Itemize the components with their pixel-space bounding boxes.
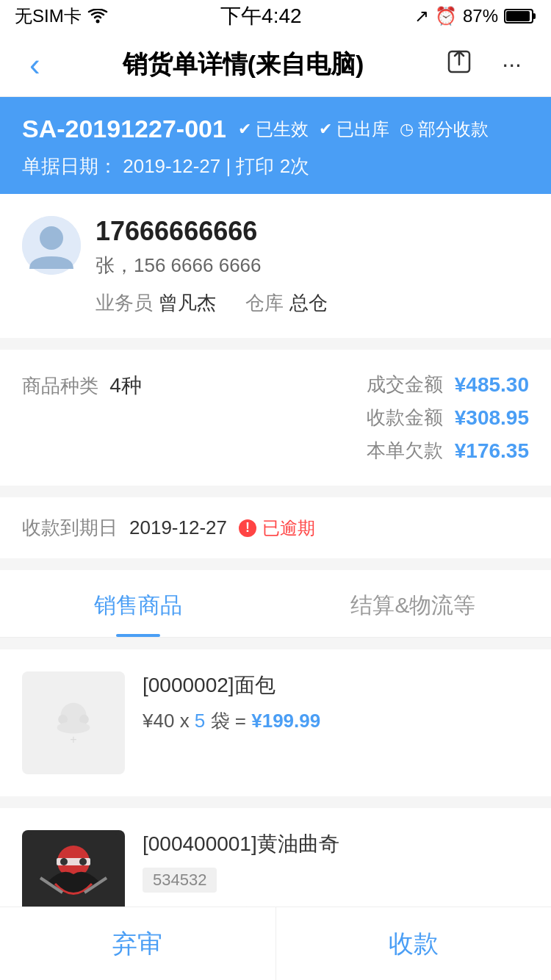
product-price-1: ¥40 x 5 袋 = ¥199.99 <box>143 708 529 734</box>
order-date: 2019-12-27 <box>123 155 220 177</box>
customer-info: 17666666666 张，156 6666 6666 业务员 曾凡杰 仓库 总… <box>96 216 529 316</box>
svg-rect-3 <box>506 11 530 21</box>
svg-text:+: + <box>70 733 76 746</box>
status-left: 无SIM卡 <box>15 4 108 28</box>
alarm-icon: ⏰ <box>435 6 457 26</box>
deal-amount-label: 成交金额 <box>367 372 443 397</box>
tab-settlement[interactable]: 结算&物流等 <box>276 570 551 637</box>
status-right: ↗ ⏰ 87% <box>414 6 536 26</box>
order-header-top: SA-20191227-001 ✔ 已生效 ✔ 已出库 ◷ 部分收款 <box>22 115 529 143</box>
gps-icon: ↗ <box>414 6 429 26</box>
customer-avatar <box>22 216 81 275</box>
due-date-label: 收款到期日 <box>22 515 118 541</box>
status-bar: 无SIM卡 下午4:42 ↗ ⏰ 87% <box>0 0 551 32</box>
nav-bar: ‹ 销货单详情(来自电脑) ··· <box>0 32 551 97</box>
status-time: 下午4:42 <box>220 2 302 30</box>
sales-rep-value: 曾凡杰 <box>159 290 216 316</box>
customer-meta: 业务员 曾凡杰 仓库 总仓 <box>96 290 529 316</box>
check-icon-2: ✔ <box>319 120 332 139</box>
received-amount-value: ¥308.95 <box>455 406 529 430</box>
clock-icon: ◷ <box>400 120 414 139</box>
order-date-line: 单据日期： 2019-12-27 | 打印 2次 <box>22 154 529 179</box>
status-shipped: ✔ 已出库 <box>319 118 389 141</box>
deal-amount-value: ¥485.30 <box>455 373 529 397</box>
status-effected: ✔ 已生效 <box>238 118 309 141</box>
status-badges: ✔ 已生效 ✔ 已出库 ◷ 部分收款 <box>238 118 489 141</box>
more-button[interactable]: ··· <box>494 43 529 85</box>
owed-amount-value: ¥176.35 <box>455 439 529 463</box>
received-amount-label: 收款金额 <box>367 405 443 430</box>
warehouse-item: 仓库 总仓 <box>245 290 328 316</box>
share-button[interactable] <box>439 41 480 87</box>
status-partial-payment: ◷ 部分收款 <box>400 118 489 141</box>
svg-rect-2 <box>533 13 536 19</box>
order-header: SA-20191227-001 ✔ 已生效 ✔ 已出库 ◷ 部分收款 单据日期：… <box>0 97 551 194</box>
collect-payment-button[interactable]: 收款 <box>276 907 552 980</box>
cancel-review-button[interactable]: 弃审 <box>0 907 276 980</box>
print-label: | 打印 <box>226 155 274 177</box>
due-date-value: 2019-12-27 <box>129 516 227 539</box>
wifi-icon <box>87 9 108 24</box>
product-name-1: [0000002]面包 <box>143 671 529 699</box>
customer-phone: 张，156 6666 6666 <box>96 253 529 278</box>
overdue-label: 已逾期 <box>262 516 315 540</box>
received-amount-row: 收款金额 ¥308.95 <box>367 405 529 430</box>
warehouse-value: 总仓 <box>289 290 328 316</box>
amount-summary: 成交金额 ¥485.30 收款金额 ¥308.95 本单欠款 ¥176.35 <box>367 372 529 464</box>
product-info-1: [0000002]面包 ¥40 x 5 袋 = ¥199.99 <box>143 671 529 734</box>
product-types-label: 商品种类 <box>22 375 98 397</box>
date-label: 单据日期： <box>22 155 118 177</box>
tab-products[interactable]: 销售商品 <box>0 570 276 637</box>
product-name-2: [000400001]黄油曲奇 <box>143 830 529 858</box>
sales-rep-item: 业务员 曾凡杰 <box>96 290 216 316</box>
warehouse-label: 仓库 <box>245 290 284 316</box>
customer-name: 17666666666 <box>96 216 529 247</box>
product-total-1: ¥199.99 <box>251 710 320 732</box>
deal-amount-row: 成交金额 ¥485.30 <box>367 372 529 397</box>
owed-amount-label: 本单欠款 <box>367 438 443 464</box>
bottom-bar: 弃审 收款 <box>0 907 551 980</box>
svg-point-6 <box>40 226 63 250</box>
summary-section: 商品种类 4种 成交金额 ¥485.30 收款金额 ¥308.95 本单欠款 ¥… <box>0 350 551 486</box>
battery-label: 87% <box>463 6 498 26</box>
owed-amount-row: 本单欠款 ¥176.35 <box>367 438 529 464</box>
due-date-section: 收款到期日 2019-12-27 ! 已逾期 <box>0 497 551 558</box>
battery-icon <box>504 8 536 24</box>
product-types-value: 4种 <box>109 374 142 397</box>
svg-point-15 <box>60 858 68 865</box>
overdue-badge: ! 已逾期 <box>239 516 315 540</box>
product-sku-2: 534532 <box>143 868 217 893</box>
check-icon-1: ✔ <box>238 120 251 139</box>
nav-actions: ··· <box>439 41 529 87</box>
sales-rep-label: 业务员 <box>96 290 153 316</box>
carrier-label: 无SIM卡 <box>15 4 82 28</box>
product-item-1: + [0000002]面包 ¥40 x 5 袋 = ¥199.99 <box>0 649 551 796</box>
back-button[interactable]: ‹ <box>22 39 48 90</box>
svg-point-10 <box>57 721 90 733</box>
overdue-icon: ! <box>239 519 256 537</box>
svg-point-16 <box>79 858 87 865</box>
customer-section: 17666666666 张，156 6666 6666 业务员 曾凡杰 仓库 总… <box>0 194 551 338</box>
product-types: 商品种类 4种 <box>22 372 142 464</box>
product-qty-1: 5 <box>195 710 205 732</box>
product-thumb-1: + <box>22 671 125 774</box>
tabs: 销售商品 结算&物流等 <box>0 570 551 638</box>
order-id: SA-20191227-001 <box>22 115 226 143</box>
svg-point-0 <box>96 20 99 24</box>
page-title: 销货单详情(来自电脑) <box>123 48 364 82</box>
